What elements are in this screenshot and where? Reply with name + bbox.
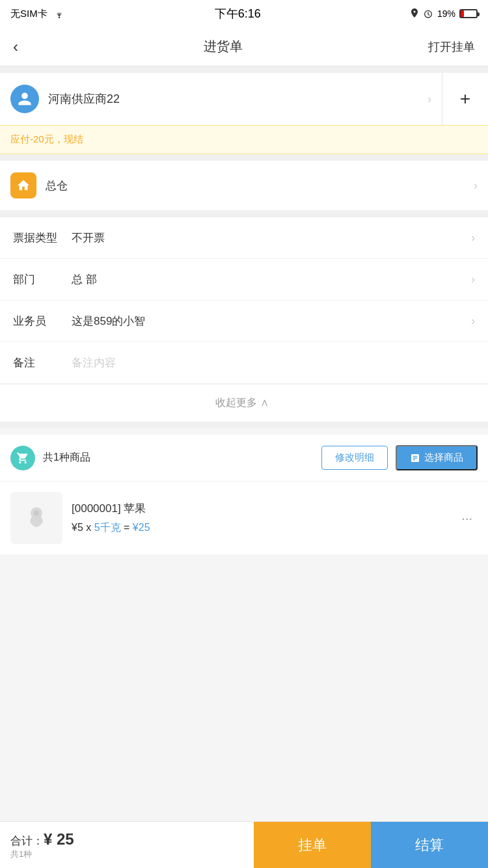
add-supplier-button[interactable]: +	[442, 73, 488, 125]
supplier-avatar	[10, 85, 39, 113]
cart-icon	[16, 452, 29, 465]
page-title: 进货单	[204, 38, 243, 55]
invoice-type-value: 不开票	[72, 230, 471, 245]
invoice-type-row[interactable]: 票据类型 不开票 ›	[0, 217, 488, 259]
house-icon	[16, 178, 31, 193]
supplier-selector[interactable]: 河南供应商22 ›	[0, 73, 442, 125]
person-icon	[17, 91, 33, 107]
invoice-type-label: 票据类型	[13, 230, 72, 245]
total-section: 合计：¥ 25 共1种	[0, 822, 254, 868]
product-name: [0000001] 苹果	[72, 501, 456, 516]
collapse-row[interactable]: 收起更多 ∧	[0, 384, 488, 422]
chevron-right-icon: ›	[427, 92, 431, 106]
status-right: 19%	[410, 8, 478, 19]
product-item: [0000001] 苹果 ¥5 x 5千克 = ¥25 ···	[0, 481, 488, 554]
battery-icon	[459, 9, 478, 18]
product-code: [0000001]	[72, 502, 124, 515]
bottom-bar: 合计：¥ 25 共1种 挂单 结算	[0, 821, 488, 868]
location-icon	[410, 8, 419, 19]
product-placeholder-icon	[20, 502, 53, 534]
salesperson-value: 这是859的小智	[72, 314, 471, 329]
select-product-button[interactable]: 选择商品	[396, 445, 478, 470]
select-icon	[410, 453, 420, 463]
product-title: 苹果	[124, 502, 146, 515]
battery-percent: 19%	[437, 8, 455, 19]
remarks-label: 备注	[13, 355, 72, 370]
form-section: 票据类型 不开票 › 部门 总 部 › 业务员 这是859的小智 › 备注 备注…	[0, 217, 488, 384]
warehouse-icon	[10, 172, 36, 198]
select-product-label: 选择商品	[424, 452, 463, 464]
salesperson-label: 业务员	[13, 314, 72, 329]
total-main: 合计：¥ 25	[10, 830, 243, 848]
warehouse-row[interactable]: 总仓 ›	[0, 161, 488, 211]
svg-point-0	[58, 17, 60, 19]
product-price: ¥5 x 5千克 = ¥25	[72, 521, 456, 535]
warehouse-name: 总仓	[46, 178, 474, 193]
products-icon	[10, 446, 35, 470]
salesperson-chevron-icon: ›	[471, 314, 475, 328]
status-left: 无SIM卡	[10, 8, 66, 20]
notice-banner: 应付-20元，现结	[0, 125, 488, 154]
open-pending-button[interactable]: 打开挂单	[428, 39, 475, 55]
status-time: 下午6:16	[215, 6, 261, 21]
back-button[interactable]: ‹	[13, 38, 18, 56]
invoice-type-chevron-icon: ›	[471, 231, 475, 245]
salesperson-row[interactable]: 业务员 这是859的小智 ›	[0, 301, 488, 342]
department-value: 总 部	[72, 272, 471, 287]
network-label: 无SIM卡	[10, 8, 47, 20]
collapse-label: 收起更多 ∧	[215, 396, 268, 410]
department-chevron-icon: ›	[471, 273, 475, 286]
department-label: 部门	[13, 272, 72, 287]
status-bar: 无SIM卡 下午6:16 19%	[0, 0, 488, 27]
wifi-icon	[53, 8, 66, 19]
divider-2	[0, 154, 488, 161]
equals: =	[121, 522, 133, 533]
total-price: ¥25	[133, 522, 150, 533]
divider-1	[0, 66, 488, 73]
warehouse-chevron-icon: ›	[474, 179, 478, 193]
product-more-button[interactable]: ···	[456, 506, 478, 531]
edit-detail-button[interactable]: 修改明细	[321, 446, 388, 470]
supplier-section: 河南供应商22 › +	[0, 73, 488, 125]
total-sub: 共1种	[10, 848, 243, 860]
divider-4	[0, 422, 488, 428]
product-thumbnail	[10, 492, 62, 544]
unit-price: ¥5 x	[72, 522, 94, 533]
svg-point-3	[34, 511, 39, 516]
remarks-input[interactable]: 备注内容	[72, 355, 475, 370]
divider-3	[0, 211, 488, 217]
products-section: 共1种商品 修改明细 选择商品 [0000001] 苹果 ¥5 x 5千克 = …	[0, 435, 488, 554]
product-info: [0000001] 苹果 ¥5 x 5千克 = ¥25	[72, 501, 456, 535]
alarm-icon	[423, 8, 433, 19]
products-count: 共1种商品	[43, 451, 314, 465]
nav-bar: ‹ 进货单 打开挂单	[0, 27, 488, 66]
products-header: 共1种商品 修改明细 选择商品	[0, 435, 488, 481]
supplier-name: 河南供应商22	[48, 91, 427, 107]
remarks-row[interactable]: 备注 备注内容	[0, 342, 488, 384]
total-amount: ¥ 25	[44, 830, 74, 848]
notice-text: 应付-20元，现结	[10, 133, 83, 144]
checkout-button[interactable]: 结算	[371, 822, 488, 868]
pending-button[interactable]: 挂单	[254, 822, 371, 868]
total-label: 合计：	[10, 835, 44, 847]
quantity: 5千克	[94, 522, 121, 533]
department-row[interactable]: 部门 总 部 ›	[0, 259, 488, 301]
